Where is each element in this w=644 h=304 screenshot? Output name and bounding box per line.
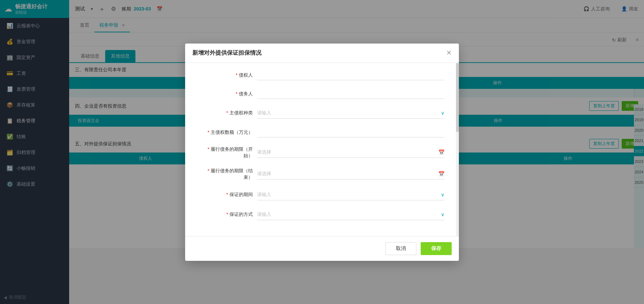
- chevron-down-icon-2: ∨: [441, 192, 444, 198]
- date-end-placeholder: 请选择: [257, 171, 438, 177]
- form-row-zhuzhaiquanzlei: * 主债权种类 请输入 ∨: [200, 108, 444, 119]
- select-baozhen-fangshi-placeholder: 请输入: [257, 211, 441, 218]
- label-zhaiwuren: * 债务人: [200, 91, 257, 97]
- select-zhuzhaiquanzlei-placeholder: 请输入: [257, 110, 441, 116]
- form-row-lvxing-end: * 履行债务的期限（结束） 请选择 📅: [200, 168, 444, 181]
- select-zhuzhaiquanzlei[interactable]: 请输入 ∨: [257, 108, 444, 119]
- label-zhaiquanren: * 债权人: [200, 72, 257, 78]
- modal-body: * 债权人 * 债务人 * 主债权种: [185, 63, 459, 236]
- date-lvxing-start[interactable]: 请选择 📅: [257, 147, 444, 158]
- modal-close-button[interactable]: ✕: [446, 50, 452, 56]
- cancel-button[interactable]: 取消: [385, 242, 416, 255]
- chevron-down-icon-3: ∨: [441, 212, 444, 217]
- label-baozhen-fangshi: * 保证的方式: [200, 211, 257, 218]
- chevron-down-icon: ∨: [441, 110, 444, 116]
- label-zhuzhaiquanshu: * 主债权数额（万元）: [200, 129, 257, 136]
- date-start-placeholder: 请选择: [257, 149, 438, 155]
- input-zhaiquanren[interactable]: [257, 70, 444, 80]
- form-row-zhaiwuren: * 债务人: [200, 89, 444, 99]
- modal-overlay: 新增对外提供保证担保情况 ✕ * 债权人: [0, 0, 644, 304]
- modal-title: 新增对外提供保证担保情况: [192, 49, 261, 57]
- label-lvxing-end: * 履行债务的期限（结束）: [200, 168, 257, 181]
- label-baozhenqijian: * 保证的期间: [200, 191, 257, 198]
- form-row-zhaiquanren: * 债权人: [200, 70, 444, 80]
- modal-dialog: 新增对外提供保证担保情况 ✕ * 债权人: [185, 44, 459, 261]
- label-lvxing-start: * 履行债务的期限（开始）: [200, 146, 257, 159]
- calendar-end-icon: 📅: [438, 171, 444, 177]
- label-zhuzhaiquanzlei: * 主债权种类: [200, 110, 257, 116]
- input-zhaiwuren[interactable]: [257, 89, 444, 99]
- modal-footer: 取消 保存: [185, 236, 459, 261]
- save-button[interactable]: 保存: [421, 242, 452, 255]
- modal-header: 新增对外提供保证担保情况 ✕: [185, 44, 459, 63]
- form-row-zhuzhaiquanshu: * 主债权数额（万元）: [200, 127, 444, 137]
- select-baozhenqijian[interactable]: 请输入 ∨: [257, 189, 444, 200]
- input-zhuzhaiquanshu[interactable]: [257, 127, 444, 137]
- form-row-lvxing-start: * 履行债务的期限（开始） 请选择 📅: [200, 146, 444, 159]
- calendar-start-icon: 📅: [438, 149, 444, 155]
- form-row-baozhenqijian: * 保证的期间 请输入 ∨: [200, 189, 444, 200]
- select-baozhenqijian-placeholder: 请输入: [257, 191, 441, 198]
- select-baozhen-fangshi[interactable]: 请输入 ∨: [257, 209, 444, 220]
- date-lvxing-end[interactable]: 请选择 📅: [257, 168, 444, 180]
- form-row-baozhen-fangshi: * 保证的方式 请输入 ∨: [200, 209, 444, 220]
